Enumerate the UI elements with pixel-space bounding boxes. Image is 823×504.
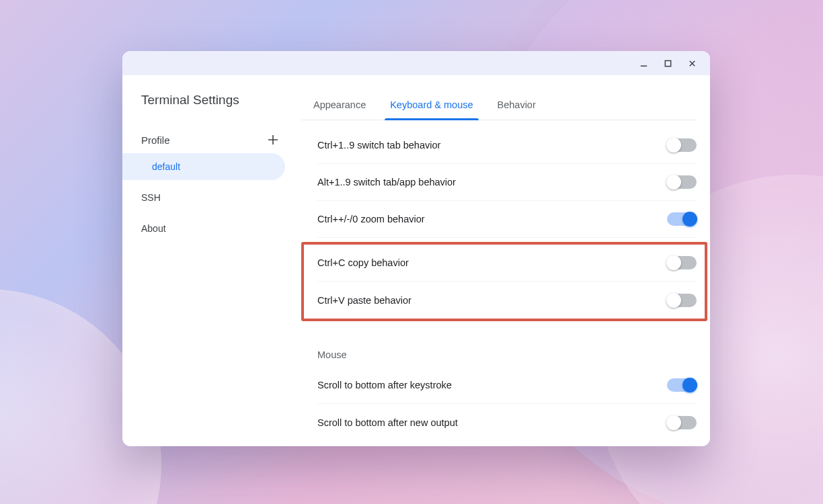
setting-row-ctrl-c: Ctrl+C copy behavior xyxy=(317,245,697,282)
tab-label: Appearance xyxy=(313,99,366,110)
titlebar xyxy=(122,51,710,75)
mouse-section-label: Mouse xyxy=(317,325,697,367)
sidebar-item-about[interactable]: About xyxy=(122,215,285,242)
close-icon xyxy=(688,59,697,68)
add-profile-button[interactable] xyxy=(264,130,282,149)
setting-row-ctrl-v: Ctrl+V paste behavior xyxy=(317,282,697,319)
toggle-scroll-keystroke[interactable] xyxy=(667,378,697,392)
profile-label: Profile xyxy=(141,134,170,146)
tab-appearance[interactable]: Appearance xyxy=(301,91,378,120)
settings-content: Ctrl+1..9 switch tab behavior Alt+1..9 s… xyxy=(293,120,697,441)
toggle-ctrl-1-9[interactable] xyxy=(667,138,697,152)
toggle-ctrl-zoom[interactable] xyxy=(667,212,697,226)
highlighted-settings-box: Ctrl+C copy behavior Ctrl+V paste behavi… xyxy=(301,242,707,321)
setting-label: Alt+1..9 switch tab/app behavior xyxy=(317,177,456,187)
setting-label: Ctrl+V paste behavior xyxy=(317,295,412,306)
plus-icon xyxy=(267,134,279,146)
main-panel: Appearance Keyboard & mouse Behavior Ctr… xyxy=(293,75,710,446)
setting-label: Ctrl+1..9 switch tab behavior xyxy=(317,140,440,151)
sidebar-item-default[interactable]: default xyxy=(122,153,285,180)
setting-row-scroll-output: Scroll to bottom after new output xyxy=(317,404,697,441)
toggle-ctrl-c[interactable] xyxy=(667,256,697,269)
sidebar-item-ssh[interactable]: SSH xyxy=(122,184,285,211)
setting-label: Ctrl+C copy behavior xyxy=(317,257,409,268)
close-button[interactable] xyxy=(680,54,703,73)
setting-row-scroll-keystroke: Scroll to bottom after keystroke xyxy=(317,367,697,404)
sidebar-item-label: default xyxy=(152,161,180,172)
setting-row-alt-1-9: Alt+1..9 switch tab/app behavior xyxy=(317,164,697,201)
sidebar-item-label: About xyxy=(141,223,166,234)
toggle-alt-1-9[interactable] xyxy=(667,175,697,189)
setting-row-ctrl-1-9: Ctrl+1..9 switch tab behavior xyxy=(317,127,697,164)
profile-section-header: Profile xyxy=(122,126,293,153)
tab-label: Keyboard & mouse xyxy=(390,99,473,110)
tab-label: Behavior xyxy=(498,99,536,110)
settings-window: Terminal Settings Profile default SSH Ab… xyxy=(122,51,710,446)
maximize-icon xyxy=(664,59,672,68)
sidebar: Terminal Settings Profile default SSH Ab… xyxy=(122,75,293,446)
maximize-button[interactable] xyxy=(656,54,679,73)
tabbar: Appearance Keyboard & mouse Behavior xyxy=(301,75,697,120)
tab-behavior[interactable]: Behavior xyxy=(485,91,548,120)
setting-label: Scroll to bottom after keystroke xyxy=(317,380,452,390)
svg-rect-1 xyxy=(665,60,670,66)
toggle-scroll-output[interactable] xyxy=(667,416,697,429)
setting-label: Scroll to bottom after new output xyxy=(317,417,458,428)
page-title: Terminal Settings xyxy=(122,93,293,126)
sidebar-item-label: SSH xyxy=(141,192,161,203)
minimize-icon xyxy=(639,59,648,68)
setting-label: Ctrl++/-/0 zoom behavior xyxy=(317,214,425,224)
toggle-ctrl-v[interactable] xyxy=(667,294,697,307)
tab-keyboard-mouse[interactable]: Keyboard & mouse xyxy=(378,91,485,120)
setting-row-ctrl-zoom: Ctrl++/-/0 zoom behavior xyxy=(317,201,697,238)
minimize-button[interactable] xyxy=(632,54,655,73)
